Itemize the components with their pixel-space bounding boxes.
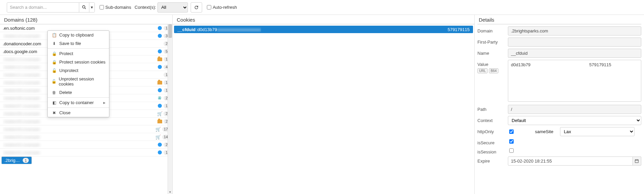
badge-b64[interactable]: B64 bbox=[489, 68, 498, 73]
cookie-type-blue-icon bbox=[157, 26, 162, 31]
svg-rect-2 bbox=[635, 160, 639, 163]
detail-path-input[interactable] bbox=[508, 105, 641, 114]
autorefresh-label: Auto-refresh bbox=[213, 5, 237, 10]
cookie-type-folder-icon bbox=[157, 57, 162, 62]
cookie-type-blue-icon bbox=[157, 88, 162, 93]
cookie-type-cart-icon: 🛒 bbox=[156, 127, 161, 132]
domain-row[interactable]: .hidden05.example2 bbox=[0, 118, 172, 125]
detail-value-textarea[interactable] bbox=[508, 60, 641, 102]
cookie-type-cart-icon: 🛒 bbox=[157, 111, 162, 116]
detail-expire-label: Expire bbox=[477, 156, 508, 164]
domain-name: .hidden05.example bbox=[3, 119, 156, 124]
svg-point-0 bbox=[83, 6, 85, 8]
domain-row[interactable]: .hidden03.example🛒14 bbox=[0, 133, 172, 141]
domain-name: .en.softonic.com bbox=[3, 26, 156, 31]
menu-copy-container[interactable]: ◧Copy to container▸ bbox=[48, 98, 109, 107]
refresh-button[interactable] bbox=[191, 2, 202, 13]
autorefresh-checkbox[interactable]: Auto-refresh bbox=[206, 4, 237, 10]
scroll-thumb[interactable] bbox=[168, 24, 172, 38]
close-icon: ✖ bbox=[51, 111, 57, 115]
domain-row[interactable]: .hidden01.example1 bbox=[0, 149, 172, 156]
domain-row[interactable]: .2brightsparks.com1 bbox=[1, 156, 32, 164]
contexts-label: Context(s): bbox=[135, 5, 156, 10]
unlock-icon: 🔓 bbox=[51, 79, 57, 84]
search-dropdown-icon[interactable]: ▾ bbox=[89, 3, 94, 12]
search-icon[interactable] bbox=[79, 3, 89, 12]
detail-name-input[interactable] bbox=[508, 49, 641, 58]
domain-name: .hidden02.example bbox=[3, 142, 156, 147]
domains-scrollbar[interactable]: ▴ ▾ bbox=[168, 24, 172, 194]
menu-separator bbox=[48, 107, 109, 108]
trash-icon: 🗑 bbox=[51, 90, 57, 95]
lock-icon: 🔒 bbox=[51, 51, 57, 56]
contexts-select[interactable]: All bbox=[157, 2, 188, 13]
detail-domain-label: Domain bbox=[477, 26, 508, 33]
detail-name-label: Name bbox=[477, 49, 508, 56]
domain-search-input[interactable] bbox=[7, 3, 79, 12]
detail-samesite-label: sameSite bbox=[535, 129, 553, 134]
cookie-key: __cfduid bbox=[177, 27, 195, 32]
domain-name: .2brightsparks.com bbox=[4, 158, 21, 163]
menu-protect-session[interactable]: 🔒Protect session cookies bbox=[48, 58, 109, 66]
detail-context-select[interactable]: Default bbox=[508, 116, 641, 125]
download-icon: ⬇ bbox=[51, 41, 57, 46]
cookie-type-blue-icon bbox=[157, 142, 162, 147]
menu-save-file[interactable]: ⬇Save to file bbox=[48, 39, 109, 48]
detail-httponly-label: httpOnly bbox=[477, 127, 508, 134]
cookie-type-blue-icon bbox=[157, 103, 162, 108]
detail-httponly-checkbox[interactable] bbox=[509, 129, 514, 134]
cookie-type-swirl-icon: ֍ bbox=[157, 96, 162, 101]
cookie-type-blue-icon bbox=[157, 33, 162, 39]
domains-list[interactable]: .en.softonic.com1.hidden14.example3.dona… bbox=[0, 24, 172, 194]
menu-separator bbox=[48, 48, 109, 49]
cookie-type-folder-icon bbox=[157, 119, 162, 124]
subdomains-checkbox[interactable]: Sub-domains bbox=[98, 4, 131, 10]
details-title: Details bbox=[477, 15, 641, 24]
cookie-value-tail: 579179115 bbox=[448, 27, 470, 32]
badge-url[interactable]: URL bbox=[477, 68, 488, 73]
clipboard-icon: 📋 bbox=[51, 33, 57, 38]
menu-close[interactable]: ✖Close bbox=[48, 108, 109, 117]
subdomains-label: Sub-domains bbox=[105, 5, 131, 10]
refresh-icon bbox=[194, 5, 199, 10]
domain-name: .hidden04.example bbox=[3, 127, 154, 132]
cookie-type-folder-icon bbox=[157, 80, 162, 85]
detail-expire-input[interactable] bbox=[508, 156, 633, 166]
domain-row[interactable]: .hidden04.example🛒17 bbox=[0, 125, 172, 133]
detail-samesite-select[interactable]: Lax bbox=[560, 127, 635, 136]
menu-copy-clipboard[interactable]: 📋Copy to clipboard bbox=[48, 31, 109, 39]
domain-row[interactable]: .hidden02.example2 bbox=[0, 141, 172, 149]
calendar-icon bbox=[635, 159, 639, 163]
menu-delete[interactable]: 🗑Delete bbox=[48, 88, 109, 97]
domain-name: .hidden03.example bbox=[3, 135, 154, 140]
detail-issession-checkbox[interactable] bbox=[509, 148, 514, 153]
container-icon: ◧ bbox=[51, 100, 57, 105]
svg-line-1 bbox=[85, 8, 86, 9]
menu-unprotect-session[interactable]: 🔓Unprotect session cookies bbox=[48, 75, 109, 88]
detail-path-label: Path bbox=[477, 105, 508, 112]
domains-title: Domains (128) bbox=[0, 15, 172, 24]
subdomains-check-input[interactable] bbox=[100, 5, 104, 9]
domain-search[interactable]: ▾ bbox=[7, 2, 95, 13]
scroll-down-icon[interactable]: ▾ bbox=[168, 190, 172, 194]
cookies-title: Cookies bbox=[173, 15, 474, 24]
cookie-type-blue-icon bbox=[157, 65, 162, 70]
unlock-icon: 🔓 bbox=[51, 68, 57, 73]
menu-unprotect[interactable]: 🔓Unprotect bbox=[48, 66, 109, 75]
detail-context-label: Context bbox=[477, 116, 508, 123]
menu-separator bbox=[48, 97, 109, 98]
cookie-type-blue-icon bbox=[157, 49, 162, 54]
detail-issecure-label: isSecure bbox=[477, 138, 508, 145]
cookie-value-preview: :d0d13b79xxxxxxxxxxxxxxxxxxxx bbox=[196, 27, 261, 32]
detail-firstparty-input[interactable] bbox=[508, 38, 641, 47]
cookie-row[interactable]: __cfduid :d0d13b79xxxxxxxxxxxxxxxxxxxx 5… bbox=[174, 26, 473, 33]
detail-issession-label: isSession bbox=[477, 147, 508, 154]
domain-context-menu: 📋Copy to clipboard ⬇Save to file 🔒Protec… bbox=[47, 30, 109, 117]
autorefresh-check-input[interactable] bbox=[207, 5, 211, 9]
detail-value-label: Value URL B64 bbox=[477, 60, 508, 73]
detail-domain-input[interactable] bbox=[508, 26, 641, 35]
cookie-type-cart-icon: 🛒 bbox=[156, 135, 161, 140]
detail-issecure-checkbox[interactable] bbox=[509, 139, 514, 144]
calendar-button[interactable] bbox=[633, 156, 641, 166]
menu-protect[interactable]: 🔒Protect bbox=[48, 49, 109, 58]
